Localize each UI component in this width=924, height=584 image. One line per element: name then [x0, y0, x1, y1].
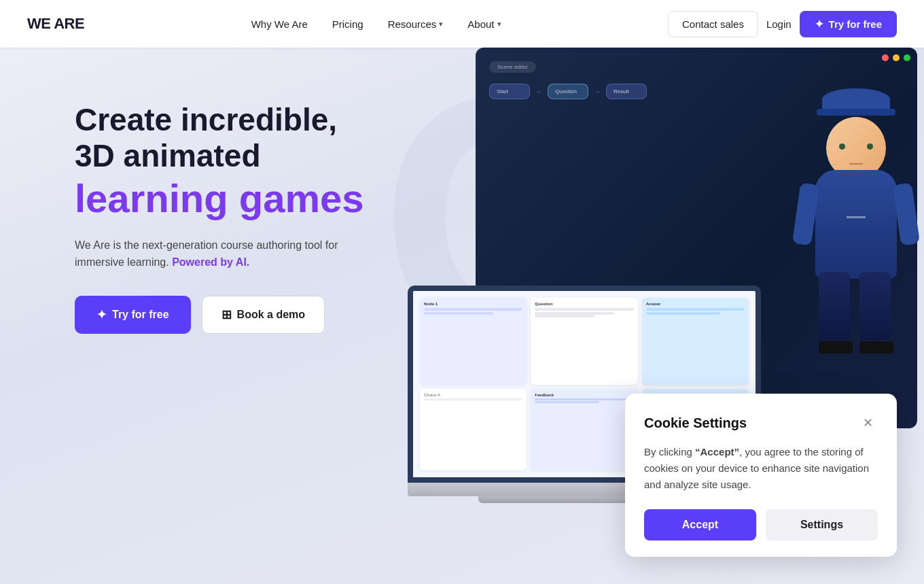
logo[interactable]: WE ARe — [27, 15, 84, 33]
canvas-card: Answer — [642, 298, 749, 385]
nav-links: Why We Are Pricing Resources ▾ About ▾ — [251, 18, 501, 30]
flow-node: Start — [489, 84, 530, 99]
contact-sales-button[interactable]: Contact sales — [668, 11, 758, 37]
hero-title-line2: learning games — [75, 177, 380, 220]
chevron-down-icon: ▾ — [497, 20, 501, 29]
cookie-body: By clicking “Accept”, you agree to the s… — [644, 444, 878, 493]
hero-content: Create incredible, 3D animated learning … — [0, 48, 380, 361]
cookie-header: Cookie Settings ✕ — [644, 413, 878, 433]
settings-button[interactable]: Settings — [766, 509, 878, 540]
sparkle-icon: ✦ — [96, 307, 107, 322]
screen-tag: Scene editor — [489, 61, 536, 73]
login-button[interactable]: Login — [766, 18, 792, 30]
hero-description: We Are is the next-generation course aut… — [75, 237, 380, 271]
nav-link-why[interactable]: Why We Are — [251, 18, 308, 30]
navbar: WE ARe Why We Are Pricing Resources ▾ Ab… — [0, 0, 924, 48]
nav-link-about[interactable]: About ▾ — [467, 18, 501, 30]
hero-buttons: ✦ Try for free ⊞ Book a demo — [75, 296, 380, 334]
flow-node: Question — [548, 84, 588, 99]
calendar-icon: ⊞ — [221, 307, 232, 322]
cookie-banner: Cookie Settings ✕ By clicking “Accept”, … — [625, 394, 897, 557]
canvas-card: Choice A — [420, 389, 527, 470]
hero-try-button[interactable]: ✦ Try for free — [75, 296, 191, 334]
chevron-down-icon: ▾ — [439, 20, 443, 29]
arrow-icon: → — [594, 84, 601, 99]
cookie-close-button[interactable]: ✕ — [857, 413, 878, 433]
arrow-icon: → — [535, 84, 542, 99]
cookie-buttons: Accept Settings — [644, 509, 878, 540]
nav-link-resources[interactable]: Resources ▾ — [388, 18, 444, 30]
cookie-title: Cookie Settings — [644, 415, 747, 431]
nav-link-pricing[interactable]: Pricing — [332, 18, 363, 30]
accept-button[interactable]: Accept — [644, 509, 756, 540]
hero-demo-button[interactable]: ⊞ Book a demo — [202, 296, 325, 334]
flow-node: Result — [606, 84, 647, 99]
sparkle-icon: ✦ — [815, 18, 823, 31]
canvas-card: Feedback — [531, 389, 637, 470]
nav-actions: Contact sales Login ✦ Try for free — [668, 11, 897, 37]
hero-title-line1: Create incredible, 3D animated — [75, 102, 380, 174]
3d-character — [775, 61, 924, 428]
canvas-card: Node 1 — [420, 298, 527, 385]
canvas-card: Question — [531, 298, 637, 385]
try-for-free-button[interactable]: ✦ Try for free — [800, 11, 897, 37]
